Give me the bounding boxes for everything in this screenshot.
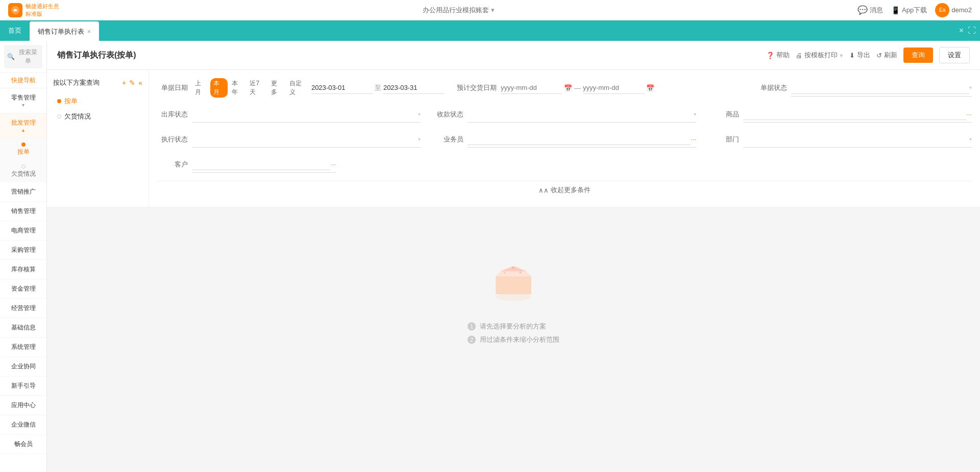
message-button[interactable]: 💬 消息 bbox=[857, 5, 883, 15]
sidebar-item-basic[interactable]: 基础信息 bbox=[0, 318, 46, 338]
filter-scheme-header: 按以下方案查询 + ✎ « bbox=[53, 78, 142, 87]
tip-num-2: 2 bbox=[468, 336, 476, 344]
salesperson-input[interactable] bbox=[468, 133, 691, 145]
settings-button[interactable]: 设置 bbox=[939, 47, 970, 63]
sidebar-item-ecommerce[interactable]: 电商管理 bbox=[0, 221, 46, 241]
query-button[interactable]: 查询 bbox=[903, 48, 933, 63]
sidebar-item-finance[interactable]: 资金管理 bbox=[0, 279, 46, 299]
app-download-button[interactable]: 📱 App下载 bbox=[891, 6, 927, 15]
date-btn-custom[interactable]: 自定义 bbox=[286, 78, 309, 98]
delivery-status-select[interactable]: 已出库 部分出库 未出库 bbox=[192, 108, 418, 120]
tip-num-1: 1 bbox=[468, 322, 476, 331]
scheme-item-debt[interactable]: 欠货情况 bbox=[53, 109, 142, 124]
payment-status-select[interactable]: 已收款 部分收款 未收款 bbox=[468, 108, 694, 120]
sidebar-item-purchase[interactable]: 采购管理 bbox=[0, 241, 46, 260]
search-menu-button[interactable]: 🔍 搜索菜单 bbox=[4, 45, 42, 68]
date-btn-last-month[interactable]: 上月 bbox=[192, 78, 209, 98]
add-scheme-button[interactable]: + bbox=[122, 79, 126, 87]
quick-nav-button[interactable]: 快捷导航 bbox=[0, 73, 46, 88]
expected-date-range: 📅 — 📅 bbox=[501, 82, 744, 94]
expected-date-icon-end[interactable]: 📅 bbox=[646, 84, 654, 92]
content: 销售订单执行表(按单) ❓ 帮助 🖨 按模板打印 ▾ ⬇ 导出 ↺ 刷新 bbox=[47, 41, 980, 472]
industry-dropdown-icon[interactable]: ▾ bbox=[491, 6, 495, 14]
export-label: 导出 bbox=[857, 51, 870, 60]
bill-status-dropdown-icon: ▾ bbox=[969, 85, 972, 90]
empty-tips: 1 请先选择要分析的方案 2 用过滤条件来缩小分析范围 bbox=[468, 322, 559, 348]
sidebar-item-enterprise[interactable]: 企业协同 bbox=[0, 357, 46, 376]
sidebar-item-retail[interactable]: 零售管理 ▾ bbox=[0, 88, 46, 113]
date-end-input[interactable]: 2023-03-31 bbox=[383, 82, 445, 94]
sidebar-item-appstore[interactable]: 应用中心 bbox=[0, 396, 46, 415]
goods-input[interactable] bbox=[743, 108, 966, 120]
tab-close-icon[interactable]: × bbox=[87, 28, 91, 35]
avatar: Ea bbox=[935, 3, 949, 17]
edit-scheme-button[interactable]: ✎ bbox=[129, 79, 135, 87]
sidebar-item-system[interactable]: 系统管理 bbox=[0, 338, 46, 357]
expected-date-start-input[interactable] bbox=[501, 82, 562, 94]
operations-label: 经营管理 bbox=[11, 304, 36, 313]
filter-field-bill-status: 单据状态 待审核 已审核 ▾ bbox=[756, 80, 972, 97]
date-btn-more[interactable]: 更多 bbox=[268, 78, 285, 98]
sidebar-item-wechat[interactable]: 企业微信 bbox=[0, 415, 46, 435]
goods-wrap: ··· bbox=[743, 106, 972, 123]
help-label: 帮助 bbox=[776, 51, 790, 60]
scheme-item-order[interactable]: 按单 bbox=[53, 93, 142, 109]
window-expand-button[interactable]: ⛶ bbox=[968, 26, 976, 35]
goods-more-icon[interactable]: ··· bbox=[966, 110, 972, 118]
expected-date-icon-start[interactable]: 📅 bbox=[564, 84, 572, 92]
sidebar-item-newuser[interactable]: 新手引导 bbox=[0, 376, 46, 396]
sidebar-item-member[interactable]: 畅会员 bbox=[0, 435, 46, 454]
svg-text:✦: ✦ bbox=[519, 270, 522, 275]
app-download-label: App下载 bbox=[902, 6, 927, 15]
sidebar-item-operations[interactable]: 经营管理 bbox=[0, 299, 46, 318]
customer-input[interactable] bbox=[192, 158, 330, 170]
delivery-label: 出库状态 bbox=[157, 110, 188, 119]
collapse-button[interactable]: ∧∧ 收起更多条件 bbox=[538, 185, 591, 195]
window-close-button[interactable]: × bbox=[959, 26, 964, 35]
export-button[interactable]: ⬇ 导出 bbox=[849, 51, 870, 60]
customer-more-icon[interactable]: ··· bbox=[330, 160, 336, 168]
bill-status-select[interactable]: 待审核 已审核 bbox=[791, 82, 969, 94]
department-label: 部门 bbox=[708, 135, 739, 144]
delivery-dropdown-icon: ▾ bbox=[418, 111, 421, 117]
sidebar-item-sales[interactable]: 销售管理 bbox=[0, 202, 46, 221]
order-dot bbox=[21, 143, 26, 147]
date-btn-this-month[interactable]: 本月 bbox=[210, 78, 228, 98]
expected-date-end-input[interactable] bbox=[583, 82, 644, 94]
sidebar-item-inventory[interactable]: 库存核算 bbox=[0, 260, 46, 279]
collapse-scheme-button[interactable]: « bbox=[138, 79, 142, 87]
bill-status-label: 单据状态 bbox=[756, 83, 787, 92]
refresh-button[interactable]: ↺ 刷新 bbox=[876, 51, 897, 60]
department-select[interactable] bbox=[743, 133, 969, 145]
salesperson-more-icon[interactable]: ··· bbox=[691, 135, 696, 143]
help-button[interactable]: ❓ 帮助 bbox=[766, 51, 790, 60]
quick-nav-label: 快捷导航 bbox=[11, 76, 36, 85]
user-area[interactable]: Ea demo2 bbox=[935, 3, 972, 17]
ecommerce-label: 电商管理 bbox=[11, 226, 36, 235]
filter-field-payment: 收款状态 已收款 部分收款 未收款 ▾ bbox=[433, 106, 696, 123]
print-dropdown-icon[interactable]: ▾ bbox=[840, 52, 843, 59]
topbar-industry[interactable]: 办公用品行业模拟账套 ▾ bbox=[423, 6, 495, 15]
scheme-dot-debt bbox=[57, 114, 61, 119]
empty-tip-1: 1 请先选择要分析的方案 bbox=[468, 322, 559, 331]
tab-sales-label: 销售订单执行表 bbox=[38, 27, 84, 36]
member-label: 畅会员 bbox=[14, 440, 33, 449]
page-title: 销售订单执行表(按单) bbox=[57, 50, 136, 61]
date-btn-this-year[interactable]: 本年 bbox=[229, 78, 246, 98]
date-start-input[interactable]: 2023-03-01 bbox=[311, 82, 373, 94]
tab-home[interactable]: 首页 bbox=[0, 20, 30, 41]
sidebar-item-wholesale[interactable]: 批发管理 ▴ bbox=[0, 113, 46, 138]
filter-field-date: 单据日期 上月 本月 本年 近7天 更多 自定义 bbox=[157, 78, 445, 98]
date-btn-7days[interactable]: 近7天 bbox=[247, 78, 267, 98]
wechat-label: 企业微信 bbox=[11, 420, 36, 429]
marketing-label: 营销推广 bbox=[11, 187, 36, 196]
sidebar-item-marketing[interactable]: 营销推广 bbox=[0, 182, 46, 202]
expected-date-separator: — bbox=[574, 84, 581, 92]
exec-status-select[interactable]: 已执行 部分执行 未执行 bbox=[192, 133, 418, 145]
filter-scheme: 按以下方案查询 + ✎ « 按单 欠货情况 bbox=[47, 70, 149, 207]
filter-row-1: 单据日期 上月 本月 本年 近7天 更多 自定义 bbox=[157, 78, 972, 98]
sidebar-sub-item-order[interactable]: 按单 bbox=[0, 138, 46, 160]
tab-sales-execution[interactable]: 销售订单执行表 × bbox=[30, 21, 99, 42]
sidebar-sub-item-debt[interactable]: 欠货情况 bbox=[0, 160, 46, 182]
print-button[interactable]: 🖨 按模板打印 ▾ bbox=[796, 51, 843, 60]
